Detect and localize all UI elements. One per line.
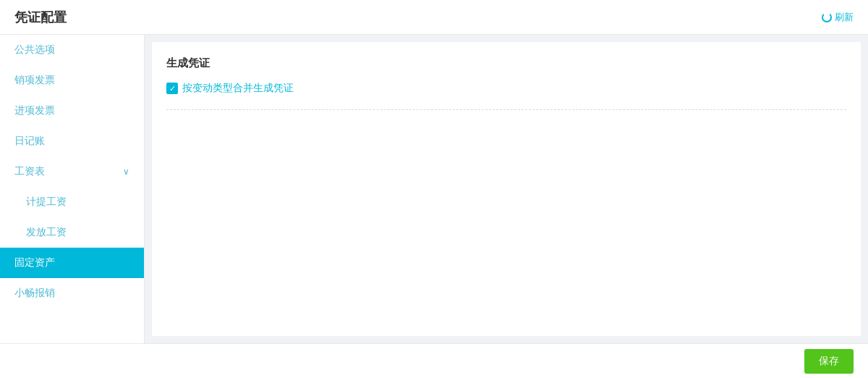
page-wrapper: 凭证配置 刷新 公共选项销项发票进项发票日记账工资表∨计提工资发放工资固定资产小… <box>0 0 868 378</box>
checkbox-label: 按变动类型合并生成凭证 <box>182 82 294 95</box>
sidebar-item-calc-salary[interactable]: 计提工资 <box>0 187 144 217</box>
refresh-icon <box>822 12 832 22</box>
save-button[interactable]: 保存 <box>804 349 854 374</box>
sidebar-item-pay-salary[interactable]: 发放工资 <box>0 217 144 248</box>
sidebar-item-fixed-assets[interactable]: 固定资产 <box>0 248 144 278</box>
section-title: 生成凭证 <box>166 56 846 70</box>
sidebar-item-payroll-table[interactable]: 工资表∨ <box>0 156 144 187</box>
sidebar-item-label: 小畅报销 <box>14 287 55 300</box>
refresh-label: 刷新 <box>835 11 854 24</box>
sidebar-item-journal[interactable]: 日记账 <box>0 126 144 156</box>
body: 公共选项销项发票进项发票日记账工资表∨计提工资发放工资固定资产小畅报销 生成凭证… <box>0 35 868 343</box>
sidebar-item-label: 进项发票 <box>14 104 55 117</box>
sidebar-item-purchase-invoice[interactable]: 进项发票 <box>0 96 144 126</box>
sidebar-item-label: 公共选项 <box>14 43 55 56</box>
chevron-down-icon: ∨ <box>123 167 129 177</box>
footer: 保存 <box>0 343 868 378</box>
merge-checkbox[interactable] <box>166 83 178 94</box>
header: 凭证配置 刷新 <box>0 0 868 35</box>
sidebar-item-sales-invoice[interactable]: 销项发票 <box>0 65 144 96</box>
sidebar-item-label: 销项发票 <box>14 74 55 87</box>
sidebar-item-label: 日记账 <box>14 135 45 148</box>
sidebar-item-petty-expense[interactable]: 小畅报销 <box>0 278 144 308</box>
divider <box>166 109 846 110</box>
sidebar-item-public-options[interactable]: 公共选项 <box>0 35 144 65</box>
page-title: 凭证配置 <box>14 9 67 26</box>
sidebar-item-label: 发放工资 <box>26 226 67 239</box>
sidebar-item-label: 固定资产 <box>14 256 55 269</box>
checkbox-wrapper[interactable]: 按变动类型合并生成凭证 <box>166 82 294 95</box>
refresh-button[interactable]: 刷新 <box>822 11 854 24</box>
sidebar-item-label: 工资表 <box>14 165 45 178</box>
sidebar-item-label: 计提工资 <box>26 196 67 209</box>
checkbox-row: 按变动类型合并生成凭证 <box>166 82 846 95</box>
sidebar: 公共选项销项发票进项发票日记账工资表∨计提工资发放工资固定资产小畅报销 <box>0 35 145 343</box>
main-content: 生成凭证 按变动类型合并生成凭证 <box>152 42 861 336</box>
